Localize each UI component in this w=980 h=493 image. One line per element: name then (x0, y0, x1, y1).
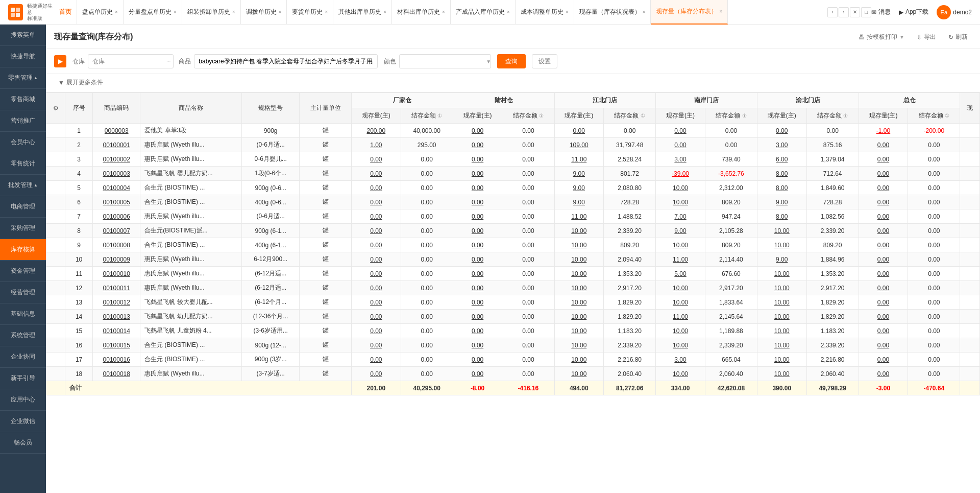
col-gear[interactable]: ⚙ (46, 93, 65, 124)
cell-total-qty[interactable]: 0.00 (859, 324, 908, 338)
tab-close-icon[interactable]: × (442, 9, 445, 15)
sidebar-item-企业微信[interactable]: 企业微信 (0, 411, 46, 432)
cell-total-qty[interactable]: 0.00 (859, 195, 908, 209)
cell-na-qty[interactable]: 3.00 (656, 353, 705, 367)
cell-total-qty[interactable]: 0.00 (859, 209, 908, 224)
cell-code[interactable]: 0000003 (93, 124, 140, 138)
cell-total-qty[interactable]: 0.00 (859, 310, 908, 324)
cell-lc-qty[interactable]: 0.00 (453, 181, 502, 195)
sidebar-item-畅会员[interactable]: 畅会员 (0, 432, 46, 454)
cell-jb-qty[interactable]: 11.00 (554, 209, 604, 224)
cell-code[interactable]: 00100002 (93, 152, 140, 167)
cell-code[interactable]: 00100011 (93, 281, 140, 295)
cell-yb-qty[interactable]: 10.00 (757, 267, 807, 281)
cell-code[interactable]: 00100007 (93, 224, 140, 238)
sidebar-item-采购管理[interactable]: 采购管理 (0, 218, 46, 239)
tab-close-icon[interactable]: × (115, 9, 118, 15)
cell-cf-qty[interactable]: 0.00 (352, 181, 401, 195)
cell-jb-qty[interactable]: 10.00 (554, 281, 604, 295)
cell-yb-qty[interactable]: 10.00 (757, 295, 807, 310)
nav-tab-要货单历史[interactable]: 要货单历史× (287, 0, 333, 25)
cell-jb-qty[interactable]: 10.00 (554, 224, 604, 238)
cell-na-qty[interactable]: 11.00 (656, 252, 705, 267)
cell-yb-qty[interactable]: 8.00 (757, 209, 807, 224)
nav-tab-首页[interactable]: 首页 (54, 0, 77, 25)
cell-total-qty[interactable]: 0.00 (859, 181, 908, 195)
filter-toggle-btn[interactable]: ▶ (54, 55, 66, 67)
cell-na-qty[interactable]: 0.00 (656, 124, 705, 138)
cell-cf-qty[interactable]: 0.00 (352, 367, 401, 381)
cell-yb-qty[interactable]: 10.00 (757, 224, 807, 238)
cell-cf-qty[interactable]: 0.00 (352, 152, 401, 167)
user-btn[interactable]: Ea demo2 (937, 5, 972, 19)
cell-yb-qty[interactable]: 10.00 (757, 281, 807, 295)
cell-lc-qty[interactable]: 0.00 (453, 152, 502, 167)
cell-cf-qty[interactable]: 0.00 (352, 310, 401, 324)
warehouse-input[interactable] (88, 54, 174, 68)
cell-yb-qty[interactable]: 10.00 (757, 367, 807, 381)
tab-close-icon[interactable]: × (174, 9, 177, 15)
nav-tab-材料出库单历史[interactable]: 材料出库单历史× (392, 0, 451, 25)
cell-lc-qty[interactable]: 0.00 (453, 238, 502, 252)
nav-tab-成本调整单历史[interactable]: 成本调整单历史× (516, 0, 574, 25)
cell-cf-qty[interactable]: 0.00 (352, 195, 401, 209)
nav-tab-现存量（库存状况表）[interactable]: 现存量（库存状况表）× (574, 0, 651, 25)
cell-total-qty[interactable]: 0.00 (859, 224, 908, 238)
tab-close-icon[interactable]: × (566, 9, 569, 15)
cell-cf-qty[interactable]: 0.00 (352, 324, 401, 338)
cell-cf-qty[interactable]: 0.00 (352, 353, 401, 367)
sidebar-item-库存核算[interactable]: 库存核算 (0, 239, 46, 261)
cell-jb-qty[interactable]: 109.00 (554, 138, 604, 152)
cell-yb-qty[interactable]: 3.00 (757, 138, 807, 152)
cell-cf-qty[interactable]: 0.00 (352, 209, 401, 224)
cell-code[interactable]: 00100006 (93, 209, 140, 224)
cell-total-qty[interactable]: 0.00 (859, 167, 908, 181)
sidebar-item-零售管理[interactable]: 零售管理▲ (0, 67, 46, 89)
sidebar-item-搜索英单[interactable]: 搜索英单 (0, 25, 46, 46)
cell-lc-qty[interactable]: 0.00 (453, 195, 502, 209)
cell-yb-qty[interactable]: 9.00 (757, 195, 807, 209)
tab-close-icon[interactable]: × (232, 9, 235, 15)
nav-expand[interactable]: □ (861, 7, 871, 17)
sidebar-item-电商管理[interactable]: 电商管理 (0, 196, 46, 218)
cell-yb-qty[interactable]: 8.00 (757, 167, 807, 181)
cell-jb-qty[interactable]: 10.00 (554, 367, 604, 381)
cell-lc-qty[interactable]: 0.00 (453, 224, 502, 238)
cell-jb-qty[interactable]: 9.00 (554, 195, 604, 209)
cell-total-qty[interactable]: 0.00 (859, 138, 908, 152)
cell-yb-qty[interactable]: 9.00 (757, 252, 807, 267)
cell-lc-qty[interactable]: 0.00 (453, 267, 502, 281)
cell-total-qty[interactable]: -1.00 (859, 124, 908, 138)
cell-total-qty[interactable]: 0.00 (859, 238, 908, 252)
cell-lc-qty[interactable]: 0.00 (453, 324, 502, 338)
tab-close-icon[interactable]: × (279, 9, 282, 15)
cell-na-qty[interactable]: 10.00 (656, 195, 705, 209)
nav-close[interactable]: ✕ (850, 7, 860, 17)
cell-yb-qty[interactable]: 10.00 (757, 353, 807, 367)
cell-jb-qty[interactable]: 10.00 (554, 338, 604, 353)
cell-jb-qty[interactable]: 10.00 (554, 310, 604, 324)
cell-na-qty[interactable]: 10.00 (656, 367, 705, 381)
cell-code[interactable]: 00100013 (93, 310, 140, 324)
cell-jb-qty[interactable]: 10.00 (554, 252, 604, 267)
sidebar-item-零售统计[interactable]: 零售统计 (0, 153, 46, 175)
cell-yb-qty[interactable]: 8.00 (757, 181, 807, 195)
cell-jb-qty[interactable]: 10.00 (554, 295, 604, 310)
cell-total-qty[interactable]: 0.00 (859, 281, 908, 295)
cell-yb-qty[interactable]: 10.00 (757, 338, 807, 353)
cell-na-qty[interactable]: 10.00 (656, 238, 705, 252)
cell-code[interactable]: 00100009 (93, 252, 140, 267)
cell-code[interactable]: 00100012 (93, 295, 140, 310)
cell-cf-qty[interactable]: 0.00 (352, 167, 401, 181)
cell-cf-qty[interactable]: 0.00 (352, 252, 401, 267)
nav-tab-现存量（库存分布表）[interactable]: 现存量（库存分布表）× (651, 0, 728, 25)
export-btn[interactable]: ⇩ 导出 (913, 31, 940, 43)
app-download-btn[interactable]: ▶ App下载 (899, 8, 928, 16)
cell-cf-qty[interactable]: 0.00 (352, 295, 401, 310)
setting-btn[interactable]: 设置 (532, 54, 557, 68)
cell-jb-qty[interactable]: 9.00 (554, 181, 604, 195)
cell-na-qty[interactable]: 10.00 (656, 295, 705, 310)
sidebar-item-快捷导航[interactable]: 快捷导航 (0, 46, 46, 67)
nav-tab-组装拆卸单历史[interactable]: 组装拆卸单历史× (182, 0, 241, 25)
query-btn[interactable]: 查询 (497, 54, 526, 68)
